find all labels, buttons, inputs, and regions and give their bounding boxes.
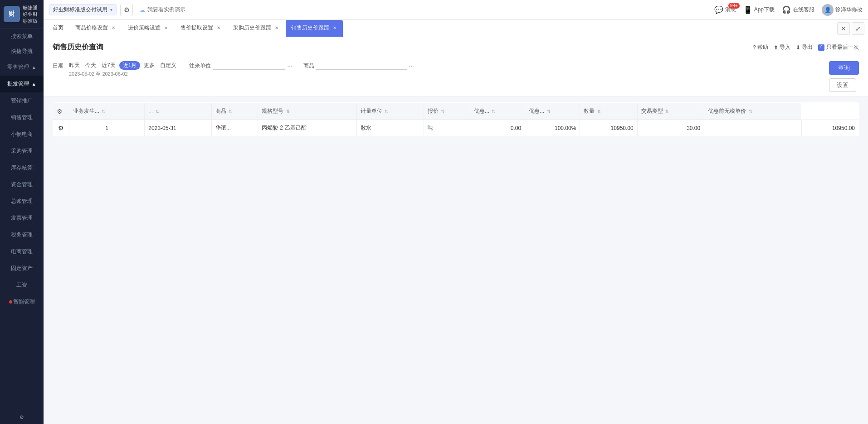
col-qty[interactable]: 数量 ⇅ bbox=[580, 103, 637, 120]
demo-text: 我要看实例演示 bbox=[147, 6, 185, 14]
help-label: 帮助 bbox=[757, 43, 768, 51]
cell-spec: 散水 bbox=[357, 120, 424, 136]
col-pretax-price[interactable]: 优惠前无税单价 ⇅ bbox=[704, 103, 801, 120]
sidebar-search[interactable]: 搜索菜单 bbox=[0, 29, 44, 44]
col-discount1[interactable]: 优惠... ⇅ bbox=[470, 103, 525, 120]
page-title-row: 销售历史价查询 ? 帮助 ⬆ 导入 ⬇ 导出 bbox=[53, 43, 859, 52]
filter-date-group: 日期 昨天 今天 近7天 近1月 更多 自定义 2023-05-02 至 202… bbox=[53, 61, 178, 77]
tab-sales-close[interactable]: ✕ bbox=[332, 25, 337, 31]
filter-settings-button[interactable]: 设置 bbox=[829, 78, 856, 92]
tab-price-close[interactable]: ✕ bbox=[111, 25, 116, 31]
settings-gear-icon[interactable]: ⚙ bbox=[120, 4, 133, 16]
sidebar-item-sales-mgmt[interactable]: 销售管理 bbox=[0, 109, 44, 126]
tab-purchase-history[interactable]: 采购历史价跟踪 ✕ bbox=[228, 20, 285, 37]
col-spec[interactable]: 规格型号 ⇅ bbox=[258, 103, 357, 120]
sidebar-item-ledger[interactable]: 总账管理 bbox=[0, 193, 44, 210]
sidebar-item-fixed-assets[interactable]: 固定资产 bbox=[0, 260, 44, 277]
filter-row: 日期 昨天 今天 近7天 近1月 更多 自定义 2023-05-02 至 202… bbox=[53, 57, 859, 96]
messages-button[interactable]: 💬 消息 99+ bbox=[714, 5, 736, 14]
version-selector[interactable]: 好业财标准版交付试用 ▾ bbox=[49, 4, 117, 15]
cell-quote: 0.00 bbox=[470, 120, 525, 136]
sidebar: 财 畅捷通好业财 标准版 搜索菜单 快捷导航 零售管理 ▲ 批发管理 ▲ 营销推… bbox=[0, 0, 44, 424]
sidebar-item-ecommerce[interactable]: 电商管理 bbox=[0, 243, 44, 260]
col-gear[interactable]: ⚙ bbox=[53, 103, 69, 120]
date-options: 昨天 今天 近7天 近1月 更多 自定义 bbox=[67, 61, 178, 70]
cell-num: 1 bbox=[69, 120, 145, 136]
messages-icon: 💬 bbox=[714, 5, 723, 14]
tab-sales-history[interactable]: 销售历史价跟踪 ✕ bbox=[286, 20, 343, 37]
source-unit-input[interactable] bbox=[213, 61, 285, 70]
phone-icon: 📱 bbox=[743, 5, 752, 14]
goods-label: 商品 bbox=[303, 61, 314, 70]
tab-purchase-close[interactable]: ✕ bbox=[274, 25, 279, 31]
filter-dates: 昨天 今天 近7天 近1月 更多 自定义 2023-05-02 至 2023-0… bbox=[67, 61, 178, 77]
tab-sale-price[interactable]: 售价提取设置 ✕ bbox=[175, 20, 227, 37]
data-table: ⚙ 业务发生... ⇅ ... ⇅ 商品 ⇅ 规格型号 ⇅ 计量单位 ⇅ 报价 … bbox=[53, 102, 859, 136]
demo-link[interactable]: ☁ 我要看实例演示 bbox=[139, 6, 185, 14]
tabs-bar: 首页 商品价格设置 ✕ 进价策略设置 ✕ 售价提取设置 ✕ 采购历史价跟踪 ✕ … bbox=[44, 20, 868, 37]
date-btn-1month[interactable]: 近1月 bbox=[119, 61, 141, 70]
cell-extra: 华谊... bbox=[211, 120, 258, 136]
export-button[interactable]: ⬇ 导出 bbox=[796, 43, 813, 51]
col-quote[interactable]: 报价 ⇅ bbox=[424, 103, 470, 120]
date-btn-custom[interactable]: 自定义 bbox=[158, 61, 178, 70]
col-unit[interactable]: 计量单位 ⇅ bbox=[357, 103, 424, 120]
col-date[interactable]: 业务发生... ⇅ bbox=[69, 103, 145, 120]
sidebar-nav-shortcut[interactable]: 快捷导航 bbox=[0, 44, 44, 59]
source-unit-dots[interactable]: ··· bbox=[287, 62, 293, 69]
source-unit-filter: 往来单位 ··· bbox=[189, 61, 293, 70]
col-extra[interactable]: ... ⇅ bbox=[145, 103, 212, 120]
page-content: 销售历史价查询 ? 帮助 ⬆ 导入 ⬇ 导出 bbox=[44, 37, 868, 424]
col-discount2[interactable]: 优惠... ⇅ bbox=[525, 103, 580, 120]
sidebar-item-payroll[interactable]: 工资 bbox=[0, 277, 44, 294]
cell-qty: 30.00 bbox=[637, 120, 704, 136]
user-avatar: 👤 bbox=[822, 4, 834, 16]
sidebar-item-purchase[interactable]: 采购管理 bbox=[0, 143, 44, 159]
topbar: 好业财标准版交付试用 ▾ ⚙ ☁ 我要看实例演示 💬 消息 99+ 📱 App下… bbox=[44, 0, 868, 20]
help-button[interactable]: ? 帮助 bbox=[753, 43, 768, 51]
col-trade-type[interactable]: 交易类型 ⇅ bbox=[637, 103, 704, 120]
only-last-checkbox-label[interactable]: 只看最后一次 bbox=[818, 43, 859, 51]
cell-discount1: 100.00% bbox=[525, 120, 580, 136]
sidebar-item-wholesale[interactable]: 批发管理 ▲ bbox=[0, 76, 44, 92]
cell-gear[interactable]: ⚙ bbox=[53, 120, 69, 136]
sidebar-item-invoice[interactable]: 发票管理 bbox=[0, 210, 44, 226]
user-button[interactable]: 👤 徐泽华修改 bbox=[822, 4, 863, 16]
online-service-button[interactable]: 🎧 在线客服 bbox=[782, 5, 814, 14]
sidebar-item-tax[interactable]: 税务管理 bbox=[0, 226, 44, 243]
tab-strategy[interactable]: 进价策略设置 ✕ bbox=[122, 20, 174, 37]
date-btn-more[interactable]: 更多 bbox=[142, 61, 156, 70]
only-last-checkbox[interactable] bbox=[818, 44, 824, 51]
query-button[interactable]: 查询 bbox=[829, 61, 859, 75]
tab-home[interactable]: 首页 bbox=[47, 20, 69, 37]
goods-input[interactable] bbox=[316, 61, 407, 70]
sidebar-item-inventory[interactable]: 库存核算 bbox=[0, 159, 44, 176]
table-body: ⚙ 1 2023-05-31 华谊... 丙烯酸-2-乙基己酯 散水 吨 0.0… bbox=[53, 120, 859, 136]
dot-red-icon bbox=[9, 300, 12, 304]
import-button[interactable]: ⬆ 导入 bbox=[774, 43, 790, 51]
sidebar-settings[interactable]: ⚙ bbox=[0, 411, 44, 424]
page-actions: ? 帮助 ⬆ 导入 ⬇ 导出 只看最后一次 bbox=[753, 43, 859, 51]
tab-close-btn[interactable]: ✕ bbox=[837, 22, 850, 35]
date-btn-today[interactable]: 今天 bbox=[83, 61, 98, 70]
tab-strategy-close[interactable]: ✕ bbox=[163, 25, 169, 31]
source-unit-label: 往来单位 bbox=[189, 61, 211, 70]
version-selector-text: 好业财标准版交付试用 bbox=[53, 6, 107, 14]
sidebar-item-marketing[interactable]: 营销推广 bbox=[0, 92, 44, 109]
goods-dots[interactable]: ··· bbox=[409, 62, 414, 69]
date-btn-yesterday[interactable]: 昨天 bbox=[67, 61, 82, 70]
date-btn-7days[interactable]: 近7天 bbox=[100, 61, 117, 70]
app-download-button[interactable]: 📱 App下载 bbox=[743, 5, 775, 14]
headset-icon: 🎧 bbox=[782, 5, 791, 14]
sidebar-item-finance[interactable]: 资金管理 bbox=[0, 176, 44, 193]
table-header: ⚙ 业务发生... ⇅ ... ⇅ 商品 ⇅ 规格型号 ⇅ 计量单位 ⇅ 报价 … bbox=[53, 103, 859, 120]
tab-price[interactable]: 商品价格设置 ✕ bbox=[70, 20, 122, 37]
tab-expand-btn[interactable]: ⤢ bbox=[852, 22, 864, 35]
col-goods[interactable]: 商品 ⇅ bbox=[211, 103, 258, 120]
sidebar-item-smart[interactable]: 智能管理 bbox=[0, 294, 44, 310]
app-download-label: App下载 bbox=[754, 6, 775, 14]
sidebar-item-ecommerce-small[interactable]: 小畅电商 bbox=[0, 126, 44, 143]
sidebar-item-retail[interactable]: 零售管理 ▲ bbox=[0, 59, 44, 76]
import-icon: ⬆ bbox=[774, 44, 778, 51]
tab-sale-price-close[interactable]: ✕ bbox=[216, 25, 221, 31]
